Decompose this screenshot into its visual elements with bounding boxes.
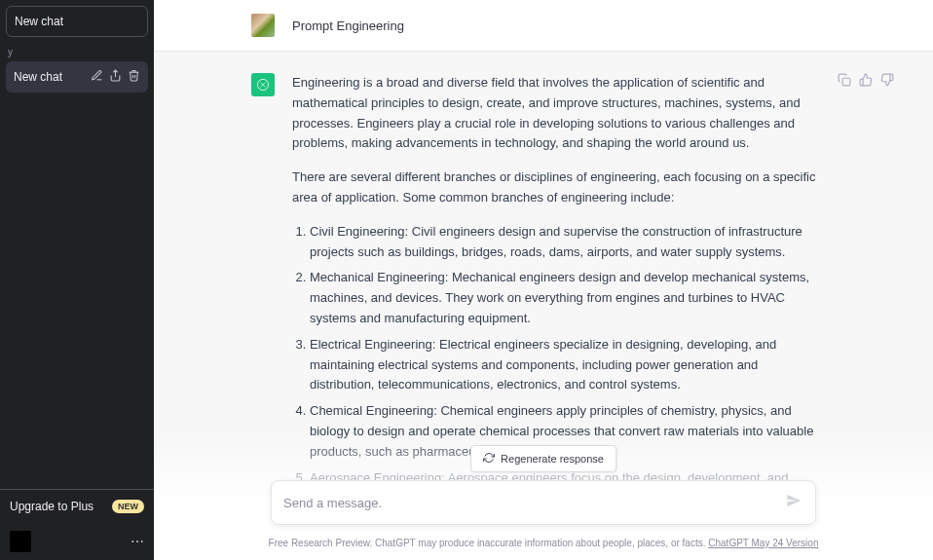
- footer-version-link[interactable]: ChatGPT May 24 Version: [708, 538, 818, 548]
- feedback-controls: [838, 73, 894, 91]
- message-input-container: [271, 480, 816, 525]
- chat-item-label: New chat: [14, 70, 62, 84]
- footer-text: Free Research Preview. ChatGPT may produ…: [269, 538, 709, 548]
- main-area: Prompt Engineering Engineering is a broa…: [154, 0, 933, 560]
- sidebar: New chat y New chat Upgrade to Plus NEW …: [0, 0, 154, 560]
- new-chat-button[interactable]: New chat: [6, 6, 148, 37]
- user-avatar: [251, 14, 275, 37]
- trash-icon[interactable]: [128, 69, 140, 85]
- message-input[interactable]: [283, 496, 784, 510]
- answer-list-item: Electrical Engineering: Electrical engin…: [310, 335, 826, 395]
- new-chat-label: New chat: [15, 15, 63, 28]
- share-icon[interactable]: [109, 69, 122, 85]
- prompt-title: Prompt Engineering: [292, 19, 404, 33]
- upgrade-button[interactable]: Upgrade to Plus NEW: [0, 490, 154, 523]
- account-menu[interactable]: ⋯: [0, 523, 154, 560]
- more-icon[interactable]: ⋯: [131, 534, 144, 549]
- upgrade-label: Upgrade to Plus: [10, 500, 93, 513]
- sidebar-chat-item[interactable]: New chat: [6, 61, 148, 93]
- thumbs-down-icon[interactable]: [880, 73, 894, 91]
- refresh-icon: [483, 452, 495, 466]
- answer-area: Engineering is a broad and diverse field…: [154, 52, 933, 560]
- account-avatar: [10, 531, 31, 552]
- footer-disclaimer: Free Research Preview. ChatGPT may produ…: [269, 538, 819, 548]
- regenerate-label: Regenerate response: [501, 453, 604, 465]
- edit-icon[interactable]: [91, 69, 103, 85]
- answer-list-item: Mechanical Engineering: Mechanical engin…: [310, 268, 826, 328]
- svg-rect-2: [842, 78, 850, 86]
- answer-paragraph: Engineering is a broad and diverse field…: [292, 73, 826, 154]
- sidebar-section-label: y: [0, 41, 154, 59]
- answer-paragraph: There are several different branches or …: [292, 168, 826, 208]
- conversation-header: Prompt Engineering: [154, 0, 933, 52]
- regenerate-button[interactable]: Regenerate response: [470, 445, 616, 472]
- send-button[interactable]: [784, 491, 803, 514]
- assistant-avatar: [251, 73, 275, 96]
- new-badge: NEW: [112, 500, 144, 513]
- copy-icon[interactable]: [838, 73, 851, 91]
- answer-list-item: Civil Engineering: Civil engineers desig…: [310, 222, 826, 263]
- thumbs-up-icon[interactable]: [859, 73, 873, 91]
